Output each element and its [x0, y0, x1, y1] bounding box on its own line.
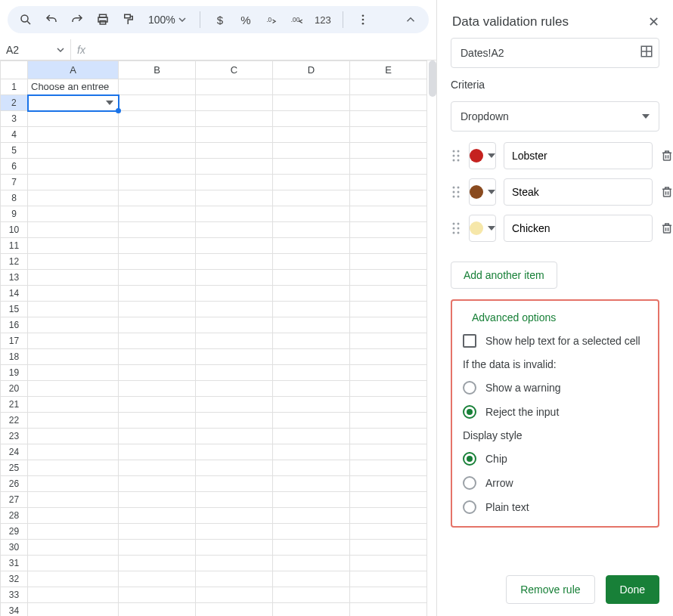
cell[interactable] [350, 238, 427, 254]
col-header-A[interactable]: A [28, 61, 119, 79]
cell[interactable] [28, 254, 119, 270]
cell[interactable] [119, 254, 196, 270]
print-icon[interactable] [92, 9, 113, 30]
delete-item-icon[interactable] [660, 221, 673, 235]
cell[interactable] [196, 508, 273, 524]
cell[interactable] [350, 476, 427, 492]
cell[interactable] [119, 349, 196, 365]
more-icon[interactable] [352, 9, 374, 30]
cell[interactable] [273, 413, 350, 429]
cell[interactable] [273, 254, 350, 270]
item-value-input[interactable] [504, 178, 653, 206]
radio-checked-icon[interactable] [463, 405, 476, 419]
col-header-E[interactable]: E [350, 61, 427, 79]
cell[interactable] [28, 556, 119, 571]
close-icon[interactable]: ✕ [648, 14, 659, 30]
select-all-corner[interactable] [1, 61, 28, 79]
cell[interactable] [273, 603, 350, 617]
percent-icon[interactable]: % [235, 9, 256, 30]
cell[interactable] [273, 127, 350, 143]
cell[interactable] [119, 79, 196, 95]
paint-format-icon[interactable] [118, 9, 139, 30]
row-header[interactable]: 18 [1, 349, 28, 365]
row-header[interactable]: 1 [1, 79, 28, 95]
cell[interactable] [28, 476, 119, 492]
remove-rule-button[interactable]: Remove rule [506, 575, 594, 604]
cell[interactable] [273, 190, 350, 206]
cell[interactable] [273, 206, 350, 222]
row-header[interactable]: 30 [1, 540, 28, 556]
cell[interactable] [196, 159, 273, 175]
cell[interactable] [273, 238, 350, 254]
cell[interactable] [119, 460, 196, 476]
cell[interactable] [28, 159, 119, 175]
cell[interactable] [28, 381, 119, 397]
row-header[interactable]: 12 [1, 254, 28, 270]
cell[interactable] [28, 175, 119, 190]
advanced-options-title[interactable]: Advanced options [463, 311, 647, 323]
cell[interactable] [196, 492, 273, 508]
cell[interactable] [28, 302, 119, 317]
cell[interactable] [196, 286, 273, 302]
cell[interactable] [28, 365, 119, 381]
cell[interactable] [350, 413, 427, 429]
cell[interactable] [350, 190, 427, 206]
cell[interactable] [28, 571, 119, 587]
redo-icon[interactable] [67, 9, 88, 30]
cell[interactable] [119, 127, 196, 143]
cell[interactable] [196, 413, 273, 429]
row-header[interactable]: 11 [1, 238, 28, 254]
currency-icon[interactable]: $ [209, 9, 231, 30]
cell[interactable] [196, 444, 273, 460]
cell[interactable] [273, 317, 350, 333]
cell[interactable] [28, 540, 119, 556]
cell[interactable] [273, 333, 350, 349]
row-header[interactable]: 25 [1, 460, 28, 476]
row-header[interactable]: 23 [1, 429, 28, 444]
cell[interactable] [196, 206, 273, 222]
cell[interactable] [273, 302, 350, 317]
cell[interactable] [350, 317, 427, 333]
row-header[interactable]: 19 [1, 365, 28, 381]
cell[interactable] [273, 444, 350, 460]
cell[interactable] [350, 492, 427, 508]
cell[interactable] [196, 556, 273, 571]
cell[interactable]: Choose an entree [28, 79, 119, 95]
cell[interactable] [273, 571, 350, 587]
cell[interactable] [119, 206, 196, 222]
row-header[interactable]: 7 [1, 175, 28, 190]
scrollbar-vertical[interactable] [429, 60, 436, 97]
cell[interactable] [119, 524, 196, 540]
cell[interactable] [350, 175, 427, 190]
cell[interactable] [350, 270, 427, 286]
cell[interactable] [196, 254, 273, 270]
cell-selected[interactable] [28, 95, 119, 111]
drag-handle-icon[interactable] [451, 149, 461, 163]
cell[interactable] [196, 270, 273, 286]
cell[interactable] [273, 349, 350, 365]
cell[interactable] [350, 397, 427, 413]
cell[interactable] [28, 286, 119, 302]
cell[interactable] [350, 111, 427, 127]
cell[interactable] [119, 222, 196, 238]
cell[interactable] [273, 143, 350, 159]
cell[interactable] [350, 508, 427, 524]
selection-handle[interactable] [116, 108, 121, 113]
cell[interactable] [119, 95, 196, 111]
cell[interactable] [273, 381, 350, 397]
cell[interactable] [273, 286, 350, 302]
cell[interactable] [196, 365, 273, 381]
cell[interactable] [28, 460, 119, 476]
increase-decimal-icon[interactable]: .00 [287, 9, 308, 30]
item-color-picker[interactable] [469, 215, 496, 242]
cell[interactable] [119, 397, 196, 413]
cell[interactable] [119, 175, 196, 190]
row-header[interactable]: 9 [1, 206, 28, 222]
row-header[interactable]: 28 [1, 508, 28, 524]
invalid-reject-radio[interactable]: Reject the input [463, 405, 647, 419]
cell[interactable] [350, 365, 427, 381]
row-header[interactable]: 8 [1, 190, 28, 206]
item-color-picker[interactable] [469, 178, 496, 206]
cell[interactable] [273, 397, 350, 413]
cell[interactable] [119, 159, 196, 175]
